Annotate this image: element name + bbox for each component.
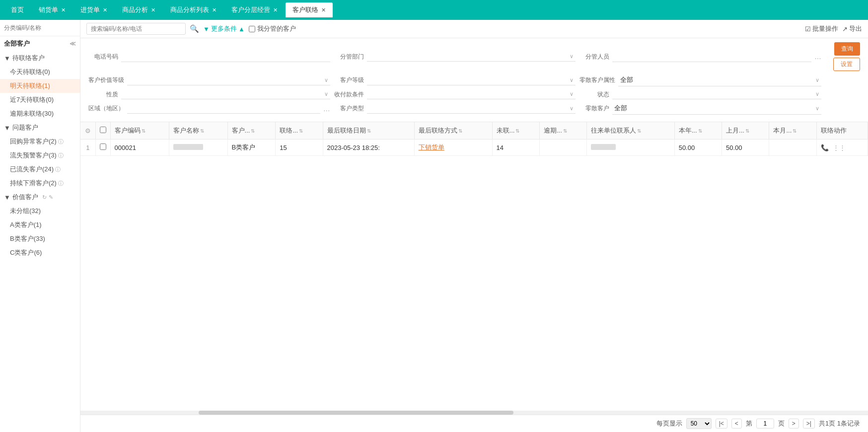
my-customers-checkbox-area[interactable]: 我分管的客户 xyxy=(249,24,296,33)
nav-purchase-close[interactable]: ✕ xyxy=(103,7,107,13)
nav-goods-analysis[interactable]: 商品分析 ✕ xyxy=(115,2,162,17)
col-settings[interactable]: ⚙ xyxy=(80,122,95,140)
region-more-icon[interactable]: … xyxy=(323,105,330,113)
scrollbar-thumb[interactable] xyxy=(199,411,513,415)
nav-customer-contact-label: 客户联络 xyxy=(292,5,318,14)
dept-field: 分管部门 ∨ xyxy=(334,52,576,62)
content-area: 🔍 ▼ 更多条件 ▲ 我分管的客户 ☑ 批量操作 ↗ 导出 xyxy=(80,20,868,432)
filter-row-2: 客户价值等级 ∨ 客户等级 ∨ 零散客户属性 全部 xyxy=(88,74,860,86)
nav-goods-analysis-close[interactable]: ✕ xyxy=(151,7,155,13)
edit-icon[interactable]: ✎ xyxy=(49,194,53,201)
chevron-down-icon-g: ∨ xyxy=(324,91,328,97)
payment-select[interactable]: ∨ xyxy=(367,89,576,99)
all-customers-header[interactable]: 全部客户 ≪ xyxy=(0,36,80,51)
nav-goods-analysis-list-close[interactable]: ✕ xyxy=(212,7,217,13)
gender-select[interactable]: ∨ xyxy=(121,89,330,99)
info-icon-4: ⓘ xyxy=(58,180,64,186)
retail-customer-value: 全部 xyxy=(614,104,627,113)
nav-home[interactable]: 首页 xyxy=(4,2,31,17)
my-customers-checkbox[interactable] xyxy=(249,26,255,32)
phone-field: 电话号码 xyxy=(88,52,330,62)
sidebar-item-a-class[interactable]: A类客户(1) xyxy=(0,218,80,232)
top-navigation: 首页 销货单 ✕ 进货单 ✕ 商品分析 ✕ 商品分析列表 ✕ 客户分层经营 ✕ … xyxy=(0,0,868,20)
sort-icon-name: ⇅ xyxy=(200,128,204,134)
filter-row-3: 性质 ∨ 收付款条件 ∨ 状态 xyxy=(88,89,860,99)
export-button[interactable]: ↗ 导出 xyxy=(842,24,862,33)
refresh-icon[interactable]: ↻ xyxy=(42,194,47,201)
customer-value-select[interactable]: ∨ xyxy=(127,75,330,85)
horizontal-scrollbar[interactable] xyxy=(80,411,868,415)
page-number-input[interactable] xyxy=(756,419,774,429)
table-footer: 每页显示 50 100 200 |< < 第 页 > >| 共1页 1条记录 xyxy=(80,415,868,432)
sidebar-search-input[interactable] xyxy=(4,24,78,31)
page-unit: 页 xyxy=(778,419,785,428)
sidebar-item-b-class[interactable]: B类客户(33) xyxy=(0,232,80,246)
value-customer-group[interactable]: ▼ 价值客户 ↻ ✎ xyxy=(0,190,80,204)
col-checkbox[interactable] xyxy=(95,122,110,140)
chevron-down-icon-cv: ∨ xyxy=(324,77,328,83)
nav-customer-tier-close[interactable]: ✕ xyxy=(273,7,278,13)
sidebar-item-7days-contact[interactable]: 近7天待联络(0) xyxy=(0,93,80,107)
row-checkbox-cell[interactable] xyxy=(95,140,110,156)
collapse-icon[interactable]: ≪ xyxy=(70,40,76,47)
row-last-contact-date: 2023-05-23 18:25: xyxy=(323,140,414,156)
sidebar-item-repurchase-abnormal[interactable]: 回购异常客户(2) ⓘ xyxy=(0,135,80,148)
customer-table: ⚙ 客户编码⇅ 客户名称⇅ 客户...⇅ 联络...⇅ 最后联络日期⇅ 最后联络… xyxy=(80,122,868,156)
nav-customer-contact-close[interactable]: ✕ xyxy=(321,7,326,13)
customer-level-select[interactable]: ∨ xyxy=(367,75,576,85)
pending-contact-group[interactable]: ▼ 待联络客户 xyxy=(0,51,80,65)
search-input[interactable] xyxy=(86,23,186,35)
prev-page-btn[interactable]: < xyxy=(731,419,742,429)
page-label: 第 xyxy=(746,419,752,428)
setting-button[interactable]: 设置 xyxy=(833,58,860,71)
row-contact-action: 📞 ⋮⋮ xyxy=(816,140,868,156)
nav-sales[interactable]: 销货单 ✕ xyxy=(32,2,72,17)
nav-goods-analysis-list[interactable]: 商品分析列表 ✕ xyxy=(163,2,223,17)
more-conditions-btn[interactable]: ▼ 更多条件 ▲ xyxy=(203,24,245,33)
sidebar-item-declining[interactable]: 持续下滑客户(2) ⓘ xyxy=(0,176,80,190)
table-container: ⚙ 客户编码⇅ 客户名称⇅ 客户...⇅ 联络...⇅ 最后联络日期⇅ 最后联络… xyxy=(80,122,868,411)
col-this-year-label: 本年... xyxy=(679,126,697,135)
select-all-checkbox[interactable] xyxy=(100,127,106,133)
per-page-select[interactable]: 50 100 200 xyxy=(686,418,712,429)
dept-select[interactable]: ∨ xyxy=(367,52,576,62)
row-checkbox[interactable] xyxy=(100,144,106,150)
more-action-icon[interactable]: ⋮⋮ xyxy=(833,144,846,151)
sort-icon-year: ⇅ xyxy=(698,128,702,134)
nav-customer-contact[interactable]: 客户联络 ✕ xyxy=(286,2,333,17)
first-page-btn[interactable]: |< xyxy=(716,419,727,429)
next-page-btn[interactable]: > xyxy=(789,419,799,429)
sidebar-item-ungrouped[interactable]: 未分组(32) xyxy=(0,204,80,218)
sidebar-item-overdue-contact[interactable]: 逾期未联络(30) xyxy=(0,107,80,121)
retail-attr-select[interactable]: 全部 ∨ xyxy=(618,74,821,86)
manager-input[interactable] xyxy=(612,52,811,62)
nav-customer-tier[interactable]: 客户分层经营 ✕ xyxy=(224,2,285,17)
nav-purchase[interactable]: 进货单 ✕ xyxy=(73,2,114,17)
region-input[interactable] xyxy=(127,103,320,114)
phone-action-icon[interactable]: 📞 xyxy=(821,144,829,151)
advanced-filter-panel: 电话号码 分管部门 ∨ 分管人员 … 查询 设置 xyxy=(80,38,868,122)
sidebar-item-tomorrow-contact[interactable]: 明天待联络(1) xyxy=(0,79,80,93)
last-page-btn[interactable]: >| xyxy=(803,419,815,429)
query-button[interactable]: 查询 xyxy=(834,42,860,56)
status-select[interactable]: ∨ xyxy=(612,89,821,99)
sidebar-item-today-contact[interactable]: 今天待联络(0) xyxy=(0,65,80,79)
sidebar-item-churn-warning[interactable]: 流失预警客户(3) ⓘ xyxy=(0,148,80,162)
declining-label: 持续下滑客户(2) xyxy=(10,179,57,187)
customer-type-select[interactable]: ∨ xyxy=(367,104,576,114)
col-overdue-label: 逾期... xyxy=(544,126,562,135)
phone-input[interactable] xyxy=(121,52,330,62)
retail-customer-select[interactable]: 全部 ∨ xyxy=(612,102,821,115)
batch-op-button[interactable]: ☑ 批量操作 xyxy=(805,24,838,33)
problem-customer-group[interactable]: ▼ 问题客户 xyxy=(0,121,80,135)
gender-label: 性质 xyxy=(88,90,118,99)
col-contact-action: 联络动作 xyxy=(816,122,868,140)
sidebar-item-churned[interactable]: 已流失客户(24) ⓘ xyxy=(0,162,80,176)
chevron-down-icon-ct: ∨ xyxy=(570,105,574,112)
nav-sales-close[interactable]: ✕ xyxy=(61,7,66,13)
search-button[interactable]: 🔍 xyxy=(190,24,199,33)
manager-more-icon[interactable]: … xyxy=(814,53,821,61)
last-contact-link[interactable]: 下销货单 xyxy=(419,144,444,151)
sidebar-item-c-class[interactable]: C类客户(6) xyxy=(0,246,80,260)
churn-warning-label: 流失预警客户(3) xyxy=(10,151,57,159)
